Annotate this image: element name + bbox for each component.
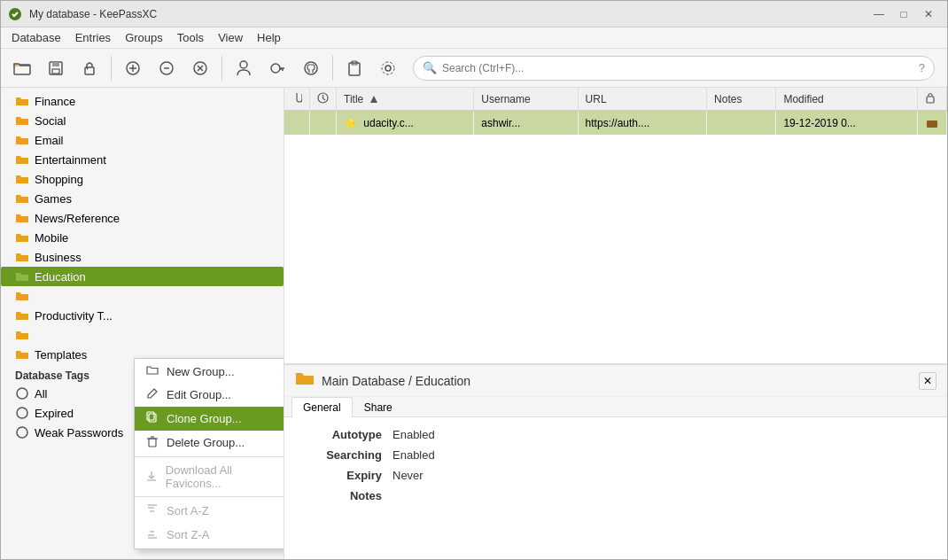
cell-notes (707, 111, 776, 136)
ctx-new-group[interactable]: New Group... (135, 361, 284, 383)
cell-lock (918, 111, 947, 136)
sidebar-label-weak-passwords: Weak Passwords (35, 426, 123, 439)
sidebar-item-productivity[interactable]: Productivity T... (1, 306, 284, 325)
svg-rect-4 (52, 69, 59, 74)
delete-entry-button[interactable] (184, 52, 216, 84)
save-database-button[interactable] (40, 52, 72, 84)
folder-icon (15, 191, 29, 206)
sidebar-item-mobile[interactable]: Mobile (1, 228, 284, 247)
folder-icon (15, 113, 29, 128)
search-bar: 🔍 ? (413, 56, 935, 81)
sidebar-item-news-reference[interactable]: News/Reference (1, 208, 284, 228)
svg-point-15 (240, 61, 247, 68)
tab-share[interactable]: Share (353, 397, 404, 417)
sidebar-item-social[interactable]: Social (1, 111, 284, 130)
sidebar-label-education: Education (35, 270, 86, 284)
ctx-edit-group-label: Edit Group... (167, 388, 231, 401)
sidebar-item-games[interactable]: Games (1, 189, 284, 208)
toolbar-separator-2 (221, 56, 222, 81)
entry-list: Title Username URL Notes Modified (284, 88, 947, 364)
ctx-sort-az: Sort A-Z (135, 499, 284, 523)
sort-az-icon (145, 503, 159, 518)
menu-help[interactable]: Help (250, 29, 288, 46)
sidebar-item-finance[interactable]: Finance (1, 91, 284, 111)
detail-title: Main Database / Education (295, 370, 470, 391)
col-modified[interactable]: Modified (776, 88, 918, 111)
detail-row-expiry: Expiry Never (302, 469, 929, 482)
close-button[interactable]: ✕ (917, 5, 940, 23)
folder-icon (15, 211, 29, 225)
new-group-icon (145, 365, 159, 378)
menu-database[interactable]: Database (4, 29, 68, 46)
col-url[interactable]: URL (578, 88, 706, 111)
user-button[interactable] (228, 52, 260, 84)
col-notes[interactable]: Notes (707, 88, 776, 111)
detail-panel: Main Database / Education ✕ General Shar… (284, 364, 947, 559)
menu-tools[interactable]: Tools (170, 29, 211, 46)
detail-tabs: General Share (284, 397, 947, 417)
sidebar-item-shopping[interactable]: Shopping (1, 169, 284, 189)
col-username[interactable]: Username (474, 88, 578, 111)
folder-icon (15, 347, 29, 362)
searching-value: Enabled (392, 448, 435, 462)
ctx-sort-za-label: Sort Z-A (167, 528, 209, 541)
menu-view[interactable]: View (211, 29, 250, 46)
cell-url: https://auth.... (578, 111, 706, 136)
key-button[interactable] (261, 52, 293, 84)
minimize-button[interactable]: — (867, 5, 890, 23)
ctx-edit-group[interactable]: Edit Group... (135, 383, 284, 407)
ctx-clone-group[interactable]: Clone Group... (135, 407, 284, 431)
sidebar-label-finance: Finance (35, 95, 75, 108)
menu-entries[interactable]: Entries (68, 29, 118, 46)
svg-text:▼: ▼ (85, 66, 89, 71)
ctx-clone-group-label: Clone Group... (167, 412, 242, 425)
detail-folder-icon (295, 370, 315, 391)
sidebar-label-social: Social (35, 114, 66, 128)
github-button[interactable] (295, 52, 327, 84)
sidebar: Finance Social Email Entertainment Shopp… (1, 88, 284, 559)
table-row[interactable]: ⭐ udacity.c... ashwir... https://auth...… (284, 111, 947, 136)
svg-point-26 (17, 408, 27, 418)
sidebar-item-empty1[interactable] (1, 286, 284, 306)
search-input[interactable] (442, 62, 919, 74)
svg-point-16 (271, 64, 280, 73)
sidebar-label-productivity: Productivity T... (35, 309, 113, 323)
detail-header: Main Database / Education ✕ (284, 365, 947, 397)
sidebar-label-email: Email (35, 134, 64, 147)
col-attachment (284, 88, 310, 111)
sidebar-item-email[interactable]: Email (1, 130, 284, 150)
svg-rect-46 (927, 97, 934, 103)
edit-entry-button[interactable] (151, 52, 183, 84)
col-title[interactable]: Title (337, 88, 474, 111)
edit-group-icon (145, 387, 159, 402)
sidebar-item-entertainment[interactable]: Entertainment (1, 150, 284, 169)
lock-database-button[interactable]: ▼ (74, 52, 105, 84)
sidebar-item-empty2[interactable] (1, 325, 284, 345)
search-help-icon[interactable]: ? (919, 61, 925, 74)
detail-close-button[interactable]: ✕ (919, 372, 936, 390)
sidebar-item-education[interactable]: Education (1, 267, 284, 286)
menu-groups[interactable]: Groups (118, 29, 170, 46)
settings-button[interactable] (372, 52, 404, 84)
folder-icon (15, 289, 29, 303)
maximize-button[interactable]: □ (892, 5, 915, 23)
search-icon: 🔍 (423, 61, 437, 74)
add-entry-button[interactable] (117, 52, 149, 84)
autotype-value: Enabled (392, 428, 435, 441)
ctx-sort-za: Sort Z-A (135, 523, 284, 547)
tab-general[interactable]: General (291, 397, 353, 417)
detail-panel-title: Main Database / Education (322, 374, 470, 388)
svg-point-23 (385, 66, 391, 71)
svg-rect-47 (927, 121, 937, 128)
main-content: Finance Social Email Entertainment Shopp… (1, 88, 947, 559)
open-database-button[interactable] (6, 52, 38, 84)
sidebar-label-mobile: Mobile (35, 231, 68, 245)
ctx-delete-group[interactable]: Delete Group... (135, 431, 284, 455)
folder-icon (15, 94, 29, 108)
svg-rect-29 (147, 412, 154, 420)
title-bar: My database - KeePassXC — □ ✕ (1, 1, 947, 27)
clipboard-button[interactable] (338, 52, 370, 84)
sidebar-item-business[interactable]: Business (1, 247, 284, 267)
folder-icon (15, 230, 29, 245)
expiry-label: Expiry (302, 469, 382, 482)
